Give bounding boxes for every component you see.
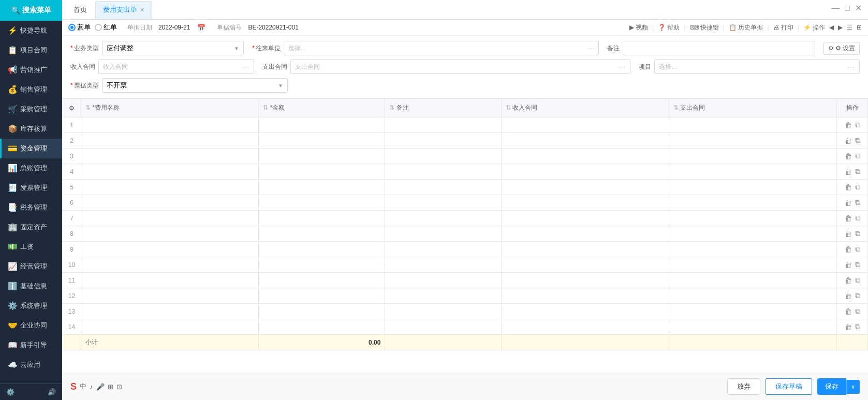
expense-contract-cell[interactable] — [669, 117, 837, 133]
expense-contract-dots-icon[interactable]: ··· — [619, 63, 626, 71]
partner-dots-icon[interactable]: ··· — [587, 44, 595, 52]
amount-cell[interactable] — [259, 211, 385, 226]
note-cell[interactable] — [385, 273, 502, 288]
copy-icon[interactable]: ⧉ — [855, 136, 860, 145]
sidebar-item-fixed-asset[interactable]: 🏢 固定资产 — [0, 217, 62, 237]
radio-blue[interactable]: 蓝单 — [68, 23, 91, 32]
delete-icon[interactable]: 🗑 — [845, 292, 852, 300]
calendar-icon[interactable]: 📅 — [197, 24, 205, 32]
sidebar-settings-icon[interactable]: ⚙️ — [6, 388, 14, 396]
expense-contract-cell[interactable] — [669, 211, 837, 226]
sidebar-item-project-contract[interactable]: 📋 项目合同 — [0, 40, 62, 60]
delete-icon[interactable]: 🗑 — [845, 323, 852, 331]
footer-chinese-icon[interactable]: 中 — [80, 382, 86, 391]
expense-name-cell[interactable] — [81, 273, 259, 288]
income-contract-cell[interactable] — [502, 117, 669, 133]
income-contract-cell[interactable] — [502, 133, 669, 149]
expense-name-cell[interactable] — [81, 226, 259, 242]
expense-contract-cell[interactable] — [669, 133, 837, 149]
partner-input[interactable]: 选择... ··· — [284, 41, 599, 55]
radio-red[interactable]: 红单 — [95, 23, 117, 32]
delete-icon[interactable]: 🗑 — [845, 121, 852, 129]
discard-button[interactable]: 放弃 — [727, 378, 760, 395]
copy-icon[interactable]: ⧉ — [855, 229, 860, 238]
delete-icon[interactable]: 🗑 — [845, 137, 852, 145]
income-contract-cell[interactable] — [502, 304, 669, 319]
expense-contract-cell[interactable] — [669, 226, 837, 242]
expense-name-cell[interactable] — [81, 180, 259, 195]
expense-name-cell[interactable] — [81, 117, 259, 133]
view-list-button[interactable]: ☰ — [847, 24, 852, 31]
delete-icon[interactable]: 🗑 — [845, 261, 852, 269]
copy-icon[interactable]: ⧉ — [855, 276, 860, 285]
expense-name-cell[interactable] — [81, 164, 259, 180]
income-contract-cell[interactable] — [502, 164, 669, 180]
note-cell[interactable] — [385, 180, 502, 195]
expense-contract-cell[interactable] — [669, 257, 837, 273]
help-button[interactable]: ❓ 帮助 — [658, 23, 680, 32]
delete-icon[interactable]: 🗑 — [845, 168, 852, 176]
delete-icon[interactable]: 🗑 — [845, 307, 852, 316]
note-cell[interactable] — [385, 149, 502, 164]
footer-music-icon[interactable]: ♪ — [90, 383, 93, 391]
copy-icon[interactable]: ⧉ — [855, 198, 860, 207]
amount-cell[interactable] — [259, 117, 385, 133]
income-contract-cell[interactable] — [502, 180, 669, 195]
copy-icon[interactable]: ⧉ — [855, 307, 860, 316]
income-contract-cell[interactable] — [502, 242, 669, 257]
tab-home[interactable]: 首页 — [66, 1, 94, 19]
sidebar-item-inventory[interactable]: 📦 库存核算 — [0, 119, 62, 139]
project-input[interactable]: 选择... ··· — [654, 60, 860, 74]
note-cell[interactable] — [385, 288, 502, 304]
number-value[interactable]: BE-20220921-001 — [248, 24, 298, 31]
income-contract-cell[interactable] — [502, 257, 669, 273]
income-contract-cell[interactable] — [502, 149, 669, 164]
expense-contract-cell[interactable] — [669, 164, 837, 180]
sidebar-item-accounting[interactable]: 📊 总账管理 — [0, 158, 62, 178]
note-cell[interactable] — [385, 319, 502, 335]
note-cell[interactable] — [385, 242, 502, 257]
note-cell[interactable] — [385, 117, 502, 133]
copy-icon[interactable]: ⧉ — [855, 152, 860, 160]
project-dots-icon[interactable]: ··· — [847, 63, 855, 71]
copy-icon[interactable]: ⧉ — [855, 245, 860, 254]
amount-cell[interactable] — [259, 226, 385, 242]
expense-contract-cell[interactable] — [669, 273, 837, 288]
sidebar-sound-icon[interactable]: 🔊 — [48, 388, 56, 396]
delete-icon[interactable]: 🗑 — [845, 199, 852, 207]
expense-contract-cell[interactable] — [669, 288, 837, 304]
expense-name-sort-icon[interactable]: ⇅ — [85, 104, 91, 111]
income-contract-cell[interactable] — [502, 288, 669, 304]
sidebar-item-tax[interactable]: 📑 税务管理 — [0, 198, 62, 217]
income-contract-cell[interactable] — [502, 211, 669, 226]
footer-grid-icon[interactable]: ⊞ — [108, 383, 113, 391]
tab-expense-form[interactable]: 费用支出单 ✕ — [95, 1, 152, 19]
expense-contract-cell[interactable] — [669, 195, 837, 211]
delete-icon[interactable]: 🗑 — [845, 276, 852, 285]
settings-button[interactable]: ⚙ ⚙ 设置 — [823, 42, 860, 55]
expense-name-cell[interactable] — [81, 319, 259, 335]
expense-name-cell[interactable] — [81, 133, 259, 149]
table-header-config[interactable]: ⚙ — [63, 99, 81, 117]
save-draft-button[interactable]: 保存草稿 — [766, 378, 812, 395]
sidebar-item-capital[interactable]: 💳 资金管理 — [0, 139, 62, 158]
video-button[interactable]: ▶ 视频 — [629, 23, 648, 32]
business-type-select[interactable]: 应付调整 ▼ — [102, 41, 244, 55]
footer-table-icon[interactable]: ⊡ — [116, 383, 122, 391]
sidebar-item-enterprise[interactable]: 🤝 企业协同 — [0, 316, 62, 335]
amount-cell[interactable] — [259, 133, 385, 149]
sidebar-header[interactable]: 🔍 搜索菜单 — [0, 0, 62, 21]
minimize-button[interactable]: — — [829, 3, 842, 14]
delete-icon[interactable]: 🗑 — [845, 245, 852, 254]
amount-cell[interactable] — [259, 195, 385, 211]
view-grid-button[interactable]: ⊞ — [857, 24, 862, 31]
copy-icon[interactable]: ⧉ — [855, 322, 860, 331]
footer-mic-icon[interactable]: 🎤 — [96, 383, 105, 391]
maximize-button[interactable]: □ — [843, 3, 852, 14]
income-contract-cell[interactable] — [502, 226, 669, 242]
expense-contract-cell[interactable] — [669, 180, 837, 195]
income-contract-cell[interactable] — [502, 319, 669, 335]
expense-contract-cell[interactable] — [669, 304, 837, 319]
note-sort-icon[interactable]: ⇅ — [389, 104, 394, 111]
amount-cell[interactable] — [259, 149, 385, 164]
